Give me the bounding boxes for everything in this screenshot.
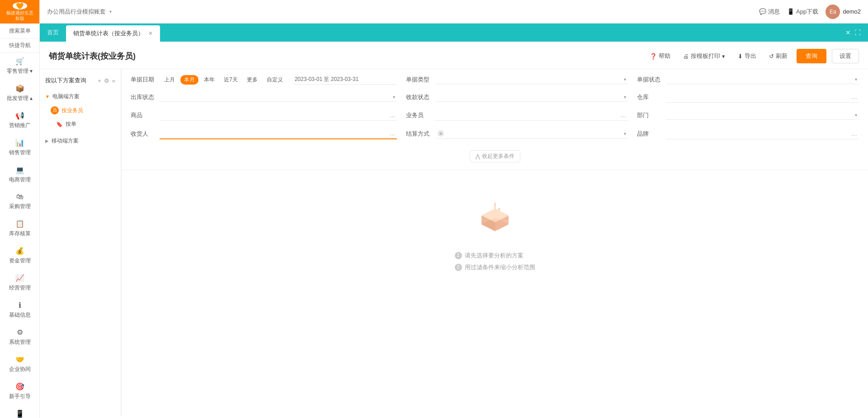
close-tab-icon[interactable]: ✕	[845, 29, 851, 36]
collectstatus-select[interactable]: ▾	[436, 93, 628, 102]
sidebar-item-retail[interactable]: 🛒 零售管理 ▾	[0, 52, 39, 80]
tabbar-actions: ✕ ⛶	[845, 29, 868, 36]
sidebar-item-inventory[interactable]: 📋 库存核算	[0, 215, 39, 242]
topbar-right: 💬 消息 📱 App下载 Ea demo2	[759, 5, 861, 19]
tab-home[interactable]: 首页	[40, 24, 66, 42]
sidebar-item-purchase[interactable]: 🛍 采购管理	[0, 188, 39, 215]
help-button[interactable]: ❓ 帮助	[646, 50, 674, 62]
settlement-label: 结算方式	[406, 130, 429, 138]
tip-text-1: 请先选择要分析的方案	[465, 250, 524, 261]
sidebar-item-sales[interactable]: 📊 销售管理	[0, 134, 39, 161]
help-label: 帮助	[659, 52, 670, 60]
refresh-button[interactable]: ↺ 刷新	[765, 50, 791, 62]
sidebar-item-marketing[interactable]: 📢 营销推广	[0, 107, 39, 134]
filter-goods-group: 商品 …	[131, 110, 397, 121]
settings-button[interactable]: 设置	[832, 49, 859, 63]
print-dropdown-icon[interactable]: ▾	[722, 53, 725, 60]
app-logo: 🧡 畅捷通好生意 标版	[0, 0, 39, 24]
filter-dept-group: 部门 ▾	[637, 111, 859, 120]
sales-icon: 📊	[15, 138, 24, 147]
tab-close-icon[interactable]: ✕	[148, 30, 153, 37]
export-button[interactable]: ⬇ 导出	[734, 50, 760, 62]
dept-select[interactable]: ▾	[666, 111, 859, 120]
print-button[interactable]: 🖨 按模板打印 ▾	[679, 50, 729, 62]
query-button[interactable]: 查询	[797, 49, 826, 63]
user-profile[interactable]: Ea demo2	[826, 5, 861, 19]
app-download-button[interactable]: 📱 App下载	[787, 8, 818, 16]
date-tab-custom[interactable]: 自定义	[263, 75, 287, 85]
panel-title: 按以下方案查询	[45, 76, 86, 85]
system-label: 系统管理	[9, 338, 31, 346]
svg-marker-6	[494, 202, 496, 205]
outstatus-select[interactable]: ▾	[160, 93, 397, 102]
sidebar-item-wholesale[interactable]: 📦 批发管理 ▴	[0, 80, 39, 107]
logo-icon: 🧡	[13, 2, 27, 10]
date-tab-7days[interactable]: 近7天	[220, 75, 241, 85]
settlement-clear-btn[interactable]: ✕	[438, 130, 444, 137]
print-icon: 🖨	[683, 53, 689, 60]
scheme-item-salesperson[interactable]: 员 按业务员	[40, 103, 121, 118]
expand-tab-icon[interactable]: ⛶	[854, 29, 861, 36]
tip-num-1: 1	[455, 252, 462, 259]
message-button[interactable]: 💬 消息	[759, 8, 780, 16]
consignee-dots[interactable]: …	[389, 130, 395, 137]
tab-sales-stats[interactable]: 销货单统计表（按业务员） ✕	[66, 25, 160, 42]
goods-dots[interactable]: …	[389, 112, 395, 119]
sidebar-item-ecommerce[interactable]: 💻 电商管理	[0, 161, 39, 188]
mobile-arrow-icon: ▶	[45, 138, 49, 143]
collapse-panel-button[interactable]: «	[112, 77, 115, 84]
sidebar-item-apps[interactable]: 📱 应用中心	[0, 405, 39, 418]
right-content: 单据日期 上月 本月 本年 近7天 更多 自定义 2023-03-01 至 20…	[121, 69, 868, 416]
sidebar-item-guide[interactable]: 🎯 新手引导	[0, 378, 39, 405]
sidebar-item-system[interactable]: ⚙ 系统管理	[0, 323, 39, 351]
tab-home-label: 首页	[47, 28, 59, 37]
brand-dots[interactable]: …	[851, 130, 857, 137]
collab-icon: 🤝	[15, 355, 24, 364]
sidebar-search-item[interactable]: 搜索菜单	[0, 24, 39, 39]
order-icon: 🔖	[56, 121, 63, 128]
wholesale-label: 批发管理 ▴	[7, 95, 33, 102]
finance-icon: 💰	[15, 247, 24, 255]
app-subtitle: 办公用品行业模拟账套	[47, 8, 106, 16]
empty-tips: 1 请先选择要分析的方案 2 用过滤条件来缩小分析范围	[455, 250, 535, 273]
message-icon: 💬	[759, 8, 766, 15]
sidebar-item-base[interactable]: ℹ 基础信息	[0, 296, 39, 323]
panel-header-actions: + ⚙ «	[98, 77, 115, 84]
logo-text: 畅捷通好生意	[6, 10, 33, 16]
sidebar-quick-nav[interactable]: 快捷导航	[0, 39, 39, 52]
docstatus-select[interactable]: ▾	[667, 75, 859, 84]
date-tab-more[interactable]: 更多	[243, 75, 261, 85]
date-tab-lastmonth[interactable]: 上月	[160, 75, 179, 85]
sidebar-item-collab[interactable]: 🤝 企业协同	[0, 351, 39, 378]
search-label: 搜索菜单	[9, 28, 31, 34]
date-tab-thismonth[interactable]: 本月	[180, 75, 198, 85]
scheme-sub-item-order[interactable]: 🔖 按单	[40, 118, 121, 131]
date-range-input[interactable]: 2023-03-01 至 2023-03-31	[293, 75, 397, 85]
logo-version: 标版	[15, 16, 24, 21]
warehouse-input[interactable]: …	[666, 92, 859, 103]
goods-input[interactable]: …	[160, 110, 397, 121]
filter-row-3: 商品 … 业务员 …	[131, 110, 859, 121]
sidebar-item-operations[interactable]: 📈 经营管理	[0, 269, 39, 296]
salesperson-input[interactable]: …	[435, 110, 628, 121]
brand-input[interactable]: …	[666, 128, 859, 139]
filter-salesperson-group: 业务员 …	[406, 110, 628, 121]
subtitle-dropdown-icon[interactable]: ▾	[109, 9, 112, 14]
page: 销货单统计表(按业务员) ❓ 帮助 🖨 按模板打印 ▾ ⬇ 导出	[40, 42, 868, 418]
sidebar-item-finance[interactable]: 💰 资金管理	[0, 242, 39, 269]
settlement-select[interactable]: ✕ ▾	[436, 128, 628, 139]
mobile-scheme-header[interactable]: ▶ 移动端方案	[40, 134, 121, 147]
warehouse-dots[interactable]: …	[851, 94, 857, 100]
date-tab-thisyear[interactable]: 本年	[200, 75, 218, 85]
filter-consignee-group: 收货人 …	[131, 128, 397, 139]
consignee-input[interactable]: …	[160, 128, 397, 139]
empty-state: ✦ ✦ 1 请先选择要分析的方案	[122, 170, 868, 300]
salesperson-dots[interactable]: …	[620, 112, 626, 119]
scheme-settings-button[interactable]: ⚙	[104, 77, 109, 84]
marketing-icon: 📢	[15, 111, 24, 120]
collapse-button[interactable]: ⋀ 收起更多条件	[470, 150, 520, 162]
scheme-group-desktop-header[interactable]: ▼ 电脑端方案	[40, 90, 121, 103]
docstatus-label: 单据状态	[637, 76, 660, 84]
add-scheme-button[interactable]: +	[98, 77, 101, 84]
doctype-select[interactable]: ▾	[436, 75, 628, 84]
